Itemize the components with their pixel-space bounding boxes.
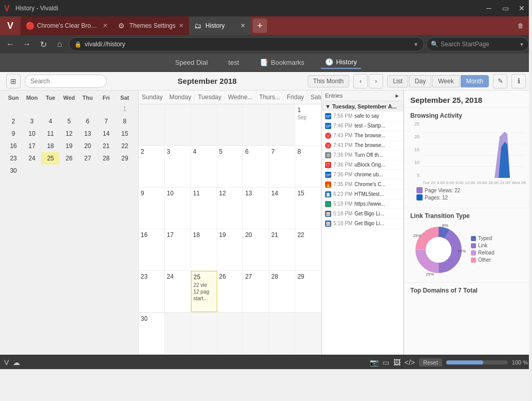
mini-day[interactable]: 20 [79, 140, 97, 152]
mini-day[interactable]: 15 [116, 127, 134, 140]
tab-close-chrome[interactable]: ✕ [103, 22, 108, 29]
mini-day[interactable]: 19 [60, 140, 78, 152]
status-camera-icon[interactable]: 📷 [370, 358, 378, 367]
week-view-button[interactable]: Week [432, 75, 459, 87]
status-icon-cloud[interactable]: ☁ [13, 358, 20, 367]
mini-day[interactable]: 30 [4, 165, 23, 177]
mini-day[interactable]: 4 [41, 115, 60, 127]
entry-item[interactable]: 🪟 5:18 PM Get Bigo Li... [322, 219, 403, 229]
mini-day[interactable] [23, 165, 41, 177]
mini-day[interactable]: 9 [4, 127, 23, 140]
day-view-button[interactable]: Day [409, 75, 431, 87]
cal-day-19[interactable]: 19 [217, 229, 243, 270]
status-image-icon[interactable]: 🖼 [393, 358, 401, 367]
mini-day[interactable]: 12 [60, 127, 78, 140]
mini-day[interactable]: 11 [41, 127, 60, 140]
mini-day[interactable]: 13 [79, 127, 97, 140]
address-dropdown-icon[interactable]: ▼ [413, 42, 419, 47]
entry-item[interactable]: 🛡 7:36 PM uBlock Orig... [322, 160, 403, 170]
tab-close-history[interactable]: ✕ [240, 22, 245, 29]
mini-day[interactable]: 23 [4, 152, 23, 165]
nav-history[interactable]: 🕐 History [321, 56, 361, 69]
cal-day-17[interactable]: 17 [165, 229, 191, 270]
info-button[interactable]: ℹ [511, 74, 526, 88]
entry-item[interactable]: SP 7:36 PM chrome ub... [322, 170, 403, 180]
cal-day-empty[interactable] [295, 313, 321, 354]
reset-button[interactable]: Reset [419, 358, 442, 367]
mini-day[interactable]: 14 [97, 127, 116, 140]
mini-day[interactable]: 21 [97, 140, 116, 152]
mini-day[interactable]: 3 [23, 115, 41, 127]
cal-day-7[interactable]: 7 [269, 146, 295, 187]
mini-day[interactable]: 28 [97, 152, 116, 165]
entry-item[interactable]: SP 7:56 PM safe to say [322, 112, 403, 121]
status-icon-vivaldi[interactable]: V [4, 358, 9, 367]
entry-item[interactable]: 🪟 5:18 PM Get Bigo Li... [322, 209, 403, 219]
close-button[interactable]: ✕ [516, 3, 528, 13]
mini-day[interactable]: 7 [97, 115, 116, 127]
cal-day-1[interactable]: 1 Sep [295, 104, 321, 145]
grid-view-button[interactable]: ⊞ [6, 74, 21, 88]
cal-day-18[interactable]: 18 [191, 229, 217, 270]
cal-day-23[interactable]: 23 [139, 271, 165, 312]
mini-day[interactable] [41, 103, 60, 115]
cal-day-22[interactable]: 22 [295, 229, 321, 270]
mini-day[interactable]: 26 [60, 152, 78, 165]
status-code-icon[interactable]: </> [405, 358, 415, 367]
search-dropdown-icon[interactable]: ▼ [519, 42, 524, 47]
cal-day-11[interactable]: 11 [191, 188, 217, 229]
mini-day[interactable]: 18 [41, 140, 60, 152]
mini-day[interactable]: 1 [116, 103, 134, 115]
home-button[interactable]: ⌂ [52, 37, 67, 51]
cal-day-20[interactable]: 20 [243, 229, 269, 270]
cal-day-28[interactable]: 28 [269, 271, 295, 312]
mini-day[interactable] [60, 103, 78, 115]
mini-day[interactable] [41, 165, 60, 177]
cal-day-empty[interactable] [191, 104, 217, 145]
mini-day[interactable] [97, 103, 116, 115]
entry-item[interactable]: 🌐 5:18 PM https://www... [322, 199, 403, 209]
forward-button[interactable]: → [20, 37, 34, 51]
new-tab-button[interactable]: + [253, 19, 267, 33]
nav-test[interactable]: test [224, 57, 243, 68]
cal-day-30[interactable]: 30 [139, 313, 165, 354]
cal-day-25[interactable]: 25 22 vie 12 pag start... [191, 271, 217, 312]
mini-day[interactable]: 16 [4, 140, 23, 152]
cal-day-10[interactable]: 10 [165, 188, 191, 229]
month-view-button[interactable]: Month [461, 75, 489, 87]
cal-day-empty[interactable] [269, 313, 295, 354]
cal-day-6[interactable]: 6 [243, 146, 269, 187]
entry-item[interactable]: 🔥 7:35 PM Chrome's C... [322, 180, 403, 190]
cal-day-27[interactable]: 27 [243, 271, 269, 312]
tab-themes[interactable]: ⚙ Themes Settings ✕ [113, 16, 189, 35]
search-bar[interactable]: 🔍 Search StartPage ▼ [426, 37, 529, 51]
cal-day-26[interactable]: 26 [217, 271, 243, 312]
nav-speed-dial[interactable]: Speed Dial [171, 57, 212, 68]
mini-day[interactable]: 22 [116, 140, 134, 152]
maximize-button[interactable]: ▭ [499, 3, 511, 13]
mini-day[interactable] [79, 103, 97, 115]
cal-day-8[interactable]: 8 [295, 146, 321, 187]
address-bar[interactable]: 🔒 vivaldi://history ▼ [69, 37, 424, 51]
bookmark-history-button[interactable]: ✎ [493, 74, 507, 88]
entry-item[interactable]: ⚙ 7:36 PM Turn Off th... [322, 151, 403, 160]
cal-day-12[interactable]: 12 [217, 188, 243, 229]
list-view-button[interactable]: List [387, 75, 408, 87]
back-button[interactable]: ← [3, 37, 17, 51]
cal-day-24[interactable]: 24 [165, 271, 191, 312]
cal-day-21[interactable]: 21 [269, 229, 295, 270]
cal-day-13[interactable]: 13 [243, 188, 269, 229]
cal-day-empty[interactable] [191, 313, 217, 354]
prev-month-button[interactable]: ‹ [353, 74, 368, 88]
cal-day-2[interactable]: 2 [139, 146, 165, 187]
mini-day[interactable]: 8 [116, 115, 134, 127]
entry-item[interactable]: V 7:43 PM The browse... [322, 141, 403, 151]
nav-bookmarks[interactable]: 📑 Bookmarks [256, 57, 309, 68]
reload-button[interactable]: ↻ [36, 37, 50, 51]
mini-day[interactable]: 29 [116, 152, 134, 165]
cal-day-empty[interactable] [243, 313, 269, 354]
mini-day[interactable] [4, 103, 23, 115]
history-search-input[interactable] [25, 75, 107, 88]
mini-day[interactable]: 10 [23, 127, 41, 140]
entry-item[interactable]: SP 7:46 PM test - Startp... [322, 121, 403, 131]
